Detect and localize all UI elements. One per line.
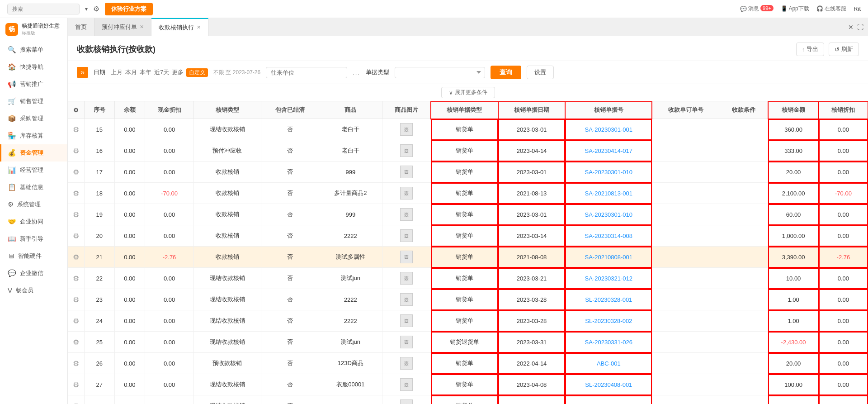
- bill-no-link[interactable]: SL-20230418-001: [585, 403, 632, 404]
- row-settings-icon[interactable]: ⚙: [73, 168, 79, 176]
- cell-type: 现结收款核销: [194, 119, 261, 140]
- tab-receipt[interactable]: 收款核销执行 ✕: [151, 18, 208, 36]
- bill-no-link[interactable]: SL-20230408-001: [585, 381, 632, 388]
- cell-bill-type: 销货单: [431, 353, 498, 374]
- goods-image: 🖼: [400, 123, 413, 136]
- solution-button[interactable]: 休验行业方案: [105, 3, 153, 15]
- tab-fullscreen-icon[interactable]: ⛶: [857, 24, 863, 31]
- sidebar-item-hardware[interactable]: 🖥智能硬件: [0, 247, 67, 265]
- bill-no-link[interactable]: SA-20230301-001: [585, 126, 633, 133]
- filter-this-year[interactable]: 本年: [140, 68, 151, 76]
- filter-expand-button[interactable]: »: [77, 67, 88, 78]
- cell-bill-no: SL-20230328-001: [565, 289, 652, 310]
- cell-receipt-no: [652, 247, 719, 268]
- gear-icon[interactable]: ⚙: [93, 5, 99, 13]
- bill-no-link[interactable]: ABC-001: [597, 360, 621, 367]
- sidebar-item-corp[interactable]: 🤝企业协同: [0, 213, 67, 230]
- cell-type: 收款核销: [194, 162, 261, 183]
- sidebar-item-inventory[interactable]: 🏪库存核算: [0, 127, 67, 144]
- row-settings-icon[interactable]: ⚙: [73, 211, 79, 219]
- refresh-button[interactable]: ↺ 刷新: [829, 43, 859, 56]
- row-settings-icon[interactable]: ⚙: [73, 402, 79, 404]
- tab-home[interactable]: 首页: [68, 18, 94, 36]
- sidebar-item-nav[interactable]: 🏠快捷导航: [0, 58, 67, 76]
- cell-write-off-disc: 0.00: [819, 204, 868, 225]
- sidebar-item-purchase[interactable]: 📦采购管理: [0, 110, 67, 127]
- app-download[interactable]: 📱 App下载: [781, 5, 809, 13]
- bill-no-link[interactable]: SA-20210813-001: [585, 190, 633, 197]
- bill-no-link[interactable]: SA-20230314-008: [585, 233, 633, 239]
- bill-no-link[interactable]: SA-20210808-001: [585, 254, 633, 261]
- dropdown-trigger[interactable]: ▾: [85, 6, 88, 12]
- row-settings-icon[interactable]: ⚙: [73, 232, 79, 240]
- sidebar-item-guide[interactable]: 📖新手引导: [0, 230, 67, 247]
- logo-sub: 标推版: [22, 30, 60, 36]
- bill-no-link[interactable]: SA-20230414-017: [585, 147, 633, 154]
- cell-receipt-cond: [719, 247, 768, 268]
- col-bill-date: 核销单据日期: [498, 101, 566, 119]
- sidebar-item-search[interactable]: 🔍搜索菜单: [0, 41, 67, 58]
- sidebar-item-basic[interactable]: 📋基础信息: [0, 179, 67, 196]
- cell-receipt-cond: [719, 374, 768, 395]
- row-settings-icon[interactable]: ⚙: [73, 338, 79, 346]
- setting-button[interactable]: 设置: [527, 66, 554, 79]
- row-settings-icon[interactable]: ⚙: [73, 275, 79, 282]
- sidebar-item-marketing[interactable]: 📢营销推广: [0, 76, 67, 93]
- bill-no-link[interactable]: SA-20230301-010: [585, 211, 633, 218]
- filter-dots[interactable]: ...: [353, 69, 360, 76]
- cell-goods-img: 🖼: [382, 353, 431, 374]
- cell-amount: 3,390.00: [768, 247, 819, 268]
- sidebar-item-wechat[interactable]: 💬企业微信: [0, 265, 67, 282]
- cell-receipt-no: [652, 204, 719, 225]
- filter-7days[interactable]: 近7天: [154, 68, 169, 76]
- bill-no-link[interactable]: SL-20230328-001: [585, 296, 632, 303]
- filter-more[interactable]: 更多: [172, 68, 184, 76]
- cell-receipt-no: [652, 268, 719, 289]
- user-name[interactable]: Rit: [854, 5, 861, 12]
- page-header: 收款核销执行(按收款) ↑ 导出 ↺ 刷新: [68, 36, 868, 61]
- export-button[interactable]: ↑ 导出: [796, 43, 825, 56]
- bill-no-link[interactable]: SA-20230301-010: [585, 169, 633, 176]
- row-settings-icon[interactable]: ⚙: [73, 360, 79, 367]
- filter-this-month[interactable]: 本月: [125, 68, 137, 76]
- row-settings-icon[interactable]: ⚙: [73, 190, 79, 197]
- row-settings-icon[interactable]: ⚙: [73, 126, 79, 133]
- tab-close-all-icon[interactable]: ✕: [848, 24, 854, 31]
- sidebar-item-system[interactable]: ⚙系统管理: [0, 196, 67, 213]
- tab-receipt-close[interactable]: ✕: [197, 24, 201, 30]
- message-area[interactable]: 💬 消息 99+: [740, 5, 774, 13]
- query-button[interactable]: 查询: [491, 66, 521, 79]
- cell-bill-date: 2023-03-01: [498, 119, 566, 140]
- sidebar-item-business[interactable]: 📊经营管理: [0, 162, 67, 179]
- expand-more-button[interactable]: ∨ 展开更多条件: [441, 87, 495, 98]
- online-service[interactable]: 🎧 在线客服: [816, 5, 846, 13]
- filter-unit-input[interactable]: [266, 67, 347, 78]
- sidebar-item-finance[interactable]: 💰资金管理: [0, 144, 67, 162]
- row-settings-icon[interactable]: ⚙: [73, 147, 79, 155]
- filter-last-month[interactable]: 上月: [111, 68, 123, 76]
- bill-no-link[interactable]: SA-20230321-012: [585, 275, 633, 282]
- row-settings-icon[interactable]: ⚙: [73, 381, 79, 389]
- bill-no-link[interactable]: SA-20230331-026: [585, 339, 633, 346]
- tab-prepay[interactable]: 预付冲应付单 ✕: [94, 18, 151, 36]
- cell-write-off-disc: 0.00: [819, 140, 868, 162]
- cell-bill-no: SA-20230331-026: [565, 332, 652, 353]
- cell-receipt-no: [652, 374, 719, 395]
- filter-type-select[interactable]: [395, 67, 485, 78]
- sidebar-item-sales[interactable]: 🛒销售管理: [0, 93, 67, 110]
- cell-bill-no: SA-20230301-010: [565, 162, 652, 183]
- cell-write-off-disc: 0.00: [819, 332, 868, 353]
- page-actions: ↑ 导出 ↺ 刷新: [796, 43, 859, 56]
- search-input[interactable]: [7, 4, 80, 14]
- row-settings-icon[interactable]: ⚙: [73, 253, 79, 261]
- tab-prepay-close[interactable]: ✕: [140, 24, 144, 30]
- sidebar-item-member[interactable]: V畅会员: [0, 282, 67, 299]
- filter-custom[interactable]: 自定义: [186, 68, 208, 77]
- cell-amount: 20.00: [768, 353, 819, 374]
- row-settings-icon[interactable]: ⚙: [73, 296, 79, 304]
- cell-included: 否: [261, 162, 319, 183]
- cell-type: 现结收款核销: [194, 332, 261, 353]
- row-settings-icon[interactable]: ⚙: [73, 317, 79, 325]
- bill-no-link[interactable]: SL-20230328-002: [585, 318, 632, 324]
- col-num: 序号: [84, 101, 114, 119]
